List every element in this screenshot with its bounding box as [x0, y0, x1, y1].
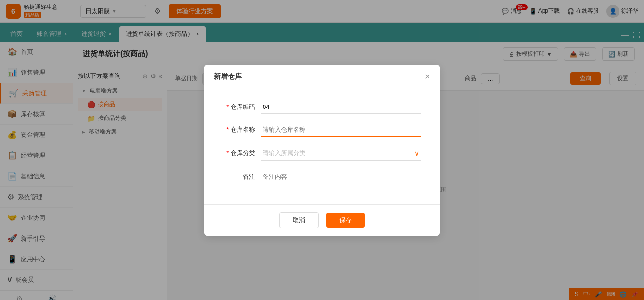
modal-body: 仓库编码 仓库名称 仓库分类 请输入所属分类 ∨ 备注 [204, 89, 440, 204]
save-button[interactable]: 保存 [326, 213, 365, 228]
form-row-code: 仓库编码 [223, 100, 421, 114]
modal-close-icon[interactable]: ✕ [424, 72, 430, 81]
modal-overlay[interactable]: 新增仓库 ✕ 仓库编码 仓库名称 仓库分类 请输入所属分类 ∨ [0, 0, 644, 300]
remark-input[interactable] [261, 170, 421, 183]
category-arrow-icon: ∨ [414, 150, 419, 157]
form-row-name: 仓库名称 [223, 123, 421, 137]
category-label: 仓库分类 [223, 149, 261, 158]
modal-title: 新增仓库 [214, 72, 242, 81]
cancel-button[interactable]: 取消 [279, 212, 319, 228]
code-label: 仓库编码 [223, 103, 261, 111]
name-label: 仓库名称 [223, 125, 261, 134]
code-input[interactable] [261, 100, 421, 114]
modal-new-warehouse: 新增仓库 ✕ 仓库编码 仓库名称 仓库分类 请输入所属分类 ∨ [204, 65, 440, 236]
form-row-category: 仓库分类 请输入所属分类 ∨ [223, 146, 421, 161]
modal-footer: 取消 保存 [204, 204, 440, 236]
name-input[interactable] [261, 123, 421, 137]
remark-label: 备注 [223, 173, 261, 181]
modal-header: 新增仓库 ✕ [204, 65, 440, 89]
category-placeholder: 请输入所属分类 [263, 149, 305, 158]
form-row-remark: 备注 [223, 170, 421, 183]
category-select[interactable]: 请输入所属分类 ∨ [261, 146, 421, 161]
